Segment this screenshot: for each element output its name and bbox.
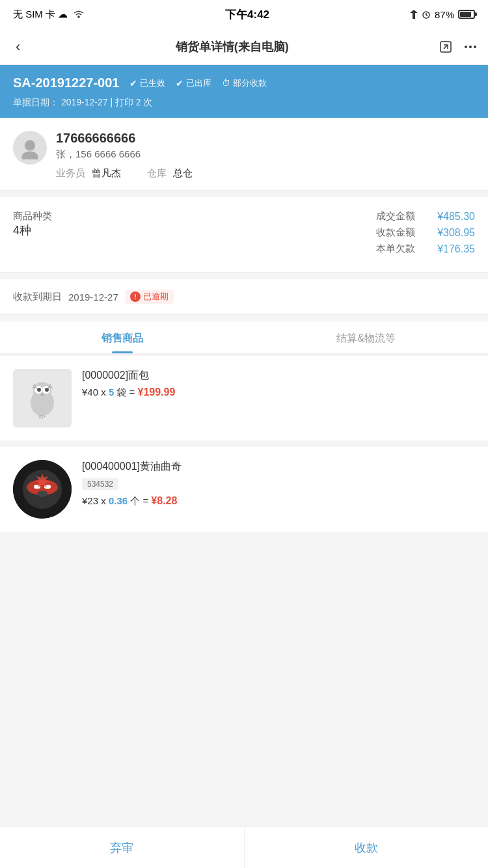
warehouse-value: 总仓 <box>173 167 193 178</box>
order-date: 2019-12-27 <box>61 97 108 107</box>
overdue-icon: ! <box>130 292 141 302</box>
due-label: 收款到期日 <box>13 291 62 303</box>
customer-meta: 业务员 曾凡杰 仓库 总仓 <box>56 167 475 180</box>
status-right: 87% <box>410 9 475 20</box>
alarm-icon <box>422 10 431 19</box>
badge-effective: ✔ 已生效 <box>129 77 165 89</box>
category-label: 商品种类 <box>13 210 52 223</box>
salesperson-field: 业务员 曾凡杰 <box>56 167 121 180</box>
svg-point-8 <box>21 151 38 159</box>
total-1: ¥199.99 <box>138 387 176 398</box>
qty-1: 5 <box>109 387 114 398</box>
sim-label: 无 SIM 卡 ☁ <box>13 8 68 21</box>
product-thumbnail-2 <box>13 460 72 519</box>
tab-settlement[interactable]: 结算&物流等 <box>244 321 488 353</box>
receive-payment-button[interactable]: 收款 <box>245 827 489 868</box>
wifi-icon <box>73 10 85 19</box>
summary-left: 商品种类 4种 <box>13 210 52 238</box>
print-info: | 打印 2 次 <box>110 97 152 107</box>
badge-partial: ⏱ 部分收款 <box>222 77 267 89</box>
warehouse-label: 仓库 <box>147 167 167 178</box>
status-bar: 无 SIM 卡 ☁ 下午4:42 87% <box>0 0 488 29</box>
list-item: [000400001]黄油曲奇 534532 ¥23 x 0.36 个 = ¥8… <box>0 447 488 532</box>
debt-row: 本单欠款 ¥176.35 <box>376 243 475 255</box>
overdue-text: 已逾期 <box>143 291 169 303</box>
more-icon[interactable] <box>463 40 478 54</box>
product-thumbnail-1: 鸮+ <box>13 369 72 427</box>
salesperson-value: 曾凡杰 <box>92 167 121 178</box>
order-id: SA-20191227-001 <box>13 75 119 90</box>
status-left: 无 SIM 卡 ☁ <box>13 8 85 21</box>
tabs-section: 销售商品 结算&物流等 <box>0 321 488 355</box>
price-1: ¥40 <box>82 387 98 398</box>
nav-right <box>439 40 478 54</box>
received-row: 收款金额 ¥308.95 <box>376 226 475 239</box>
salesperson-label: 业务员 <box>56 167 85 178</box>
avatar-icon <box>18 136 42 159</box>
product-info-1: [0000002]面包 ¥40 x 5 袋 = ¥199.99 <box>82 369 475 399</box>
svg-point-25 <box>37 491 47 497</box>
due-date: 2019-12-27 <box>68 292 118 303</box>
product-tag-2: 534532 <box>82 478 118 490</box>
received-value: ¥308.95 <box>423 227 475 239</box>
owl-image: 鸮+ <box>20 375 65 421</box>
battery-percent: 87% <box>435 9 454 20</box>
svg-line-2 <box>426 15 427 16</box>
tab-sales-products[interactable]: 销售商品 <box>0 321 244 353</box>
qty-2: 0.36 <box>109 495 128 506</box>
svg-point-14 <box>37 388 41 392</box>
banner-row1: SA-20191227-001 ✔ 已生效 ✔ 已出库 ⏱ 部分收款 <box>13 75 475 90</box>
list-item: 鸮+ [0000002]面包 ¥40 x 5 袋 = ¥199.99 <box>0 356 488 441</box>
customer-section: 17666666666 张，156 6666 6666 业务员 曾凡杰 仓库 总… <box>0 118 488 191</box>
category-count: 4种 <box>13 223 52 238</box>
unit-2: 个 <box>130 495 140 506</box>
svg-point-7 <box>25 140 35 150</box>
svg-point-4 <box>465 46 467 48</box>
amount-value: ¥485.30 <box>423 211 475 223</box>
unit-1: 袋 <box>116 387 126 398</box>
bottom-bar: 弃审 收款 <box>0 826 488 868</box>
customer-phone: 张，156 6666 6666 <box>56 148 475 161</box>
nav-bar: ‹ 销货单详情(来自电脑) <box>0 29 488 65</box>
summary-right: 成交金额 ¥485.30 收款金额 ¥308.95 本单欠款 ¥176.35 <box>376 210 475 259</box>
cancel-review-button[interactable]: 弃审 <box>0 827 245 868</box>
header-banner: SA-20191227-001 ✔ 已生效 ✔ 已出库 ⏱ 部分收款 单据日期：… <box>0 65 488 118</box>
bottom-spacer <box>0 538 488 580</box>
product-info-2: [000400001]黄油曲奇 534532 ¥23 x 0.36 个 = ¥8… <box>82 460 475 508</box>
cancel-review-label: 弃审 <box>110 840 133 856</box>
received-label: 收款金额 <box>376 226 415 239</box>
svg-text:鸮+: 鸮+ <box>38 414 46 419</box>
svg-point-5 <box>469 46 472 48</box>
back-button[interactable]: ‹ <box>10 33 25 61</box>
share-icon[interactable] <box>439 40 453 54</box>
amount-row: 成交金额 ¥485.30 <box>376 210 475 223</box>
debt-label: 本单欠款 <box>376 243 415 255</box>
badge-shipped: ✔ 已出库 <box>176 77 211 89</box>
summary-grid: 商品种类 4种 成交金额 ¥485.30 收款金额 ¥308.95 本单欠款 ¥… <box>13 210 475 259</box>
product-price-2: ¥23 x 0.36 个 = ¥8.28 <box>82 495 475 508</box>
tabs: 销售商品 结算&物流等 <box>0 321 488 353</box>
avatar <box>13 131 47 165</box>
due-section: 收款到期日 2019-12-27 ! 已逾期 <box>0 279 488 315</box>
overdue-badge: ! 已逾期 <box>125 290 174 304</box>
warehouse-field: 仓库 总仓 <box>147 167 193 180</box>
customer-name: 17666666666 <box>56 131 475 146</box>
total-2: ¥8.28 <box>151 495 177 506</box>
price-2: ¥23 <box>82 495 98 506</box>
product-list: 鸮+ [0000002]面包 ¥40 x 5 袋 = ¥199.99 <box>0 356 488 580</box>
battery-icon <box>458 10 475 19</box>
svg-point-6 <box>474 46 476 48</box>
amount-label: 成交金额 <box>376 210 415 223</box>
debt-value: ¥176.35 <box>423 243 475 255</box>
customer-info: 17666666666 张，156 6666 6666 业务员 曾凡杰 仓库 总… <box>56 131 475 180</box>
date-label: 单据日期： <box>13 97 59 107</box>
receive-payment-label: 收款 <box>355 840 378 856</box>
banner-date-row: 单据日期： 2019-12-27 | 打印 2 次 <box>13 97 475 109</box>
ninja-image <box>13 460 72 519</box>
product-name-2: [000400001]黄油曲奇 <box>82 460 475 474</box>
location-icon <box>410 10 418 19</box>
product-name-1: [0000002]面包 <box>82 369 475 383</box>
summary-section: 商品种类 4种 成交金额 ¥485.30 收款金额 ¥308.95 本单欠款 ¥… <box>0 197 488 273</box>
product-price-1: ¥40 x 5 袋 = ¥199.99 <box>82 387 475 399</box>
page-title: 销货单详情(来自电脑) <box>176 39 289 55</box>
